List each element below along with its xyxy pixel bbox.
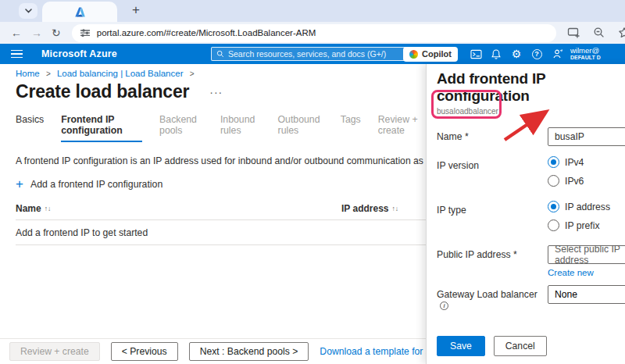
account-directory: DEFAULT D xyxy=(570,55,625,61)
page-title: Create load balancer xyxy=(16,81,189,102)
hamburger-menu-icon[interactable] xyxy=(11,50,23,59)
tab-frontend-ip-configuration[interactable]: Frontend IP configuration xyxy=(61,114,142,142)
tab-inbound-rules[interactable]: Inbound rules xyxy=(220,114,261,142)
settings-button[interactable]: ⚙ xyxy=(506,44,527,64)
frontend-ip-table: Name ↑↓ IP address ↑↓ Add a frontend IP … xyxy=(16,203,426,245)
radio-ipv6-control[interactable] xyxy=(548,175,559,187)
review-create-button[interactable]: Review + create xyxy=(9,342,100,361)
new-tab-button[interactable]: + xyxy=(127,2,145,20)
help-button[interactable]: ? xyxy=(527,44,547,64)
tab-outbound-rules[interactable]: Outbound rules xyxy=(278,114,323,142)
feedback-button[interactable] xyxy=(547,44,567,64)
gear-icon: ⚙ xyxy=(512,48,522,59)
wizard-tabs: Basics Frontend IP configuration Backend… xyxy=(16,114,426,142)
previous-button[interactable]: < Previous xyxy=(111,342,178,361)
tab-backend-pools[interactable]: Backend pools xyxy=(159,114,203,142)
radio-ipv4-control[interactable] xyxy=(548,156,559,168)
breadcrumb-separator-icon: > xyxy=(190,70,195,78)
feedback-person-icon xyxy=(552,48,562,59)
column-header-name[interactable]: Name ↑↓ xyxy=(16,203,341,214)
column-name-label: Name xyxy=(16,203,41,214)
create-new-link[interactable]: Create new xyxy=(548,268,594,277)
gateway-lb-value: None xyxy=(555,289,577,300)
column-header-ip-address[interactable]: IP address ↑↓ xyxy=(341,203,398,214)
browser-actions xyxy=(567,25,625,41)
add-frontend-ip-link[interactable]: + Add a frontend IP configuration xyxy=(16,179,426,190)
chevron-down-icon xyxy=(25,9,32,13)
browser-tab-azure[interactable] xyxy=(42,2,117,22)
ip-type-label: IP type xyxy=(437,201,548,238)
public-ip-select[interactable]: Select public IP address xyxy=(548,245,625,264)
cloud-shell-icon xyxy=(470,49,482,59)
radio-ipv4[interactable]: IPv4 xyxy=(548,156,625,168)
cloud-shell-button[interactable] xyxy=(466,44,486,64)
download-template-link[interactable]: Download a template for automation xyxy=(320,346,426,357)
send-to-device-icon[interactable] xyxy=(567,27,580,39)
site-settings-icon xyxy=(80,27,91,38)
name-field-label: Name * xyxy=(437,127,548,146)
empty-row-text: Add a frontend IP to get started xyxy=(16,227,148,238)
add-frontend-ip-label: Add a frontend IP configuration xyxy=(30,179,162,190)
radio-ip-prefix-control[interactable] xyxy=(548,219,559,231)
zoom-icon[interactable] xyxy=(593,27,605,39)
radio-ipv4-label: IPv4 xyxy=(565,157,584,168)
reload-button[interactable]: ↻ xyxy=(52,24,61,41)
url-text: portal.azure.com/#create/Microsoft.LoadB… xyxy=(97,28,316,37)
radio-ipv6-label: IPv6 xyxy=(565,176,584,187)
account-info[interactable]: wilmer@ DEFAULT D xyxy=(570,47,625,62)
save-button[interactable]: Save xyxy=(437,336,485,356)
breadcrumb-load-balancing[interactable]: Load balancing | Load Balancer xyxy=(57,69,184,78)
breadcrumb: Home > Load balancing | Load Balancer > xyxy=(16,69,426,78)
bell-icon xyxy=(491,48,502,60)
radio-ip-prefix[interactable]: IP prefix xyxy=(548,219,625,231)
gateway-lb-label-text: Gateway Load balancer xyxy=(437,289,538,300)
sort-icon: ↑↓ xyxy=(45,205,52,212)
azure-logo-icon xyxy=(74,6,86,18)
ip-version-label: IP version xyxy=(437,156,548,194)
plus-icon: + xyxy=(16,179,23,190)
column-ip-label: IP address xyxy=(341,203,388,214)
public-ip-placeholder: Select public IP address xyxy=(555,244,625,266)
next-backend-pools-button[interactable]: Next : Backend pools > xyxy=(189,342,309,361)
tab-review-create[interactable]: Review + create xyxy=(378,114,426,142)
sort-icon: ↑↓ xyxy=(391,205,398,212)
help-icon: ? xyxy=(532,49,542,59)
main-content: Home > Load balancing | Load Balancer > … xyxy=(0,64,426,364)
address-bar[interactable]: portal.azure.com/#create/Microsoft.LoadB… xyxy=(72,24,556,42)
radio-ipv6[interactable]: IPv6 xyxy=(548,175,625,187)
frontend-ip-description: A frontend IP configuration is an IP add… xyxy=(16,155,426,166)
cancel-button[interactable]: Cancel xyxy=(494,336,547,356)
search-icon xyxy=(216,50,224,58)
back-button[interactable]: ← xyxy=(11,24,22,41)
browser-tab-strip: + xyxy=(0,0,625,22)
gateway-lb-select[interactable]: None xyxy=(548,285,625,304)
radio-ip-address[interactable]: IP address xyxy=(548,201,625,212)
breadcrumb-separator-icon: > xyxy=(46,70,51,78)
gateway-lb-label: Gateway Load balanceri xyxy=(437,285,548,311)
notifications-button[interactable] xyxy=(486,44,506,64)
info-icon[interactable]: i xyxy=(440,302,448,310)
forward-button[interactable]: → xyxy=(31,24,42,41)
azure-brand[interactable]: Microsoft Azure xyxy=(41,48,117,59)
wizard-footer: Review + create < Previous Next : Backen… xyxy=(0,338,426,364)
radio-ip-prefix-label: IP prefix xyxy=(565,220,599,231)
panel-subtitle: busaloadbalancer xyxy=(437,107,625,116)
copilot-label: Copilot xyxy=(422,49,452,59)
copilot-icon xyxy=(409,50,418,59)
breadcrumb-home[interactable]: Home xyxy=(16,69,40,78)
tab-search-button[interactable] xyxy=(19,3,38,19)
tab-tags[interactable]: Tags xyxy=(341,114,361,142)
browser-address-bar-row: ← → ↻ portal.azure.com/#create/Microsoft… xyxy=(0,22,625,44)
name-input[interactable] xyxy=(548,127,625,146)
more-menu-icon[interactable]: ··· xyxy=(209,86,223,98)
azure-header-actions: Copilot ⚙ ? wilme xyxy=(403,44,625,64)
azure-search-placeholder: Search resources, services, and docs (G+… xyxy=(228,49,386,59)
public-ip-label: Public IP address * xyxy=(437,245,548,279)
bookmark-star-icon[interactable] xyxy=(618,27,625,39)
radio-ip-address-control[interactable] xyxy=(548,201,559,212)
azure-top-bar: Microsoft Azure Search resources, servic… xyxy=(0,44,625,64)
table-empty-row: Add a frontend IP to get started xyxy=(16,219,426,245)
add-frontend-ip-panel: Add frontend IP configuration busaloadba… xyxy=(426,64,625,364)
tab-basics[interactable]: Basics xyxy=(16,114,44,142)
copilot-button[interactable]: Copilot xyxy=(403,47,458,62)
